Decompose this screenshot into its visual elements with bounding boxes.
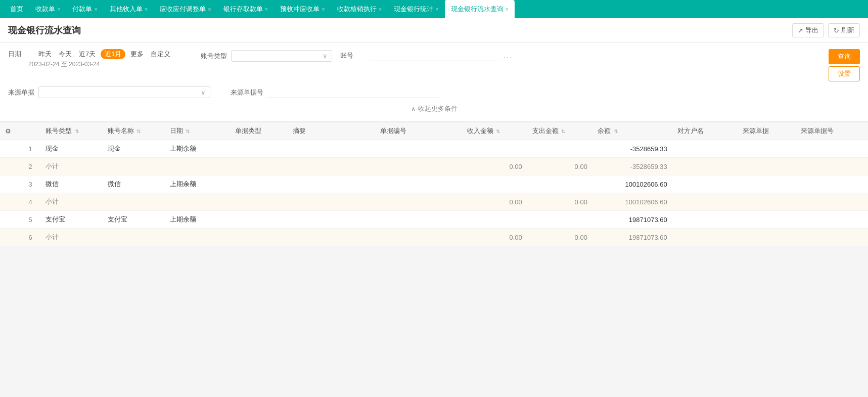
nav-tab-8[interactable]: 现金银行流水查询 × <box>445 0 515 18</box>
row-gear-cell <box>0 175 20 193</box>
close-tab-7-icon[interactable]: × <box>435 0 438 18</box>
table-cell <box>288 229 375 246</box>
source-doc-label: 来源单据 <box>8 88 34 97</box>
table-cell: 1 <box>20 140 40 158</box>
row-gear-cell <box>0 193 20 211</box>
header-actions: ↗ 导出 ↻ 刷新 <box>792 23 860 37</box>
date-option-1month[interactable]: 近1月 <box>101 49 125 59</box>
table-cell: 支付宝 <box>103 211 165 229</box>
table-cell <box>738 158 796 175</box>
close-tab-2-icon[interactable]: × <box>145 0 148 18</box>
date-range-display: 2023-02-24 至 2023-03-24 <box>28 61 100 68</box>
account-type-select[interactable]: ∨ <box>231 50 332 62</box>
date-options: 昨天 今天 近7天 近1月 更多 自定义 <box>36 49 172 59</box>
nav-tab-1[interactable]: 付款单 × <box>66 0 103 18</box>
gear-icon[interactable]: ⚙ <box>5 127 11 135</box>
table-cell <box>796 193 868 211</box>
col-header-income[interactable]: 收入金额 ⇅ <box>462 122 527 140</box>
table-row[interactable]: 3微信微信上期余额100102606.60 <box>0 175 868 193</box>
nav-tab-6[interactable]: 收款核销执行 × <box>331 0 388 18</box>
nav-tab-5[interactable]: 预收冲应收单 × <box>274 0 331 18</box>
source-doc-no-label: 来源单据号 <box>231 88 263 97</box>
nav-tab-2[interactable]: 其他收入单 × <box>104 0 154 18</box>
sort-date-icon: ⇅ <box>186 128 190 134</box>
table-cell: 小计 <box>40 229 103 246</box>
table-cell <box>796 229 868 246</box>
table-cell <box>527 140 592 158</box>
col-header-acct-type[interactable]: 账号类型 ⇅ <box>40 122 103 140</box>
row-gear-cell <box>0 229 20 246</box>
nav-tab-4[interactable]: 银行存取款单 × <box>217 0 274 18</box>
table-cell: 19871073.60 <box>592 229 672 246</box>
source-doc-chevron-icon: ∨ <box>201 89 206 96</box>
col-header-date[interactable]: 日期 ⇅ <box>165 122 230 140</box>
date-option-custom[interactable]: 自定义 <box>149 49 172 59</box>
account-type-chevron-icon: ∨ <box>323 52 328 60</box>
close-tab-0-icon[interactable]: × <box>57 0 60 18</box>
table-cell: 0.00 <box>462 158 527 175</box>
table-cell: -3528659.33 <box>592 140 672 158</box>
table-cell: 0.00 <box>527 229 592 246</box>
row-gear-cell <box>0 158 20 175</box>
col-header-acct-name[interactable]: 账号名称 ⇅ <box>103 122 165 140</box>
col-header-doc-type: 单据类型 <box>230 122 288 140</box>
nav-tab-3[interactable]: 应收应付调整单 × <box>154 0 217 18</box>
table-cell <box>738 193 796 211</box>
table-cell: -3528659.33 <box>592 158 672 175</box>
date-option-yesterday[interactable]: 昨天 <box>36 49 54 59</box>
settings-button[interactable]: 设置 <box>829 66 860 81</box>
table-cell <box>796 211 868 229</box>
col-header-balance[interactable]: 余额 ⇅ <box>592 122 672 140</box>
date-option-7days[interactable]: 近7天 <box>77 49 98 59</box>
source-doc-no-input[interactable] <box>267 89 439 96</box>
sort-acct-name-icon: ⇅ <box>136 128 141 134</box>
nav-home[interactable]: 首页 <box>4 0 29 18</box>
table-cell <box>375 193 462 211</box>
data-table: ⚙ 账号类型 ⇅ 账号名称 ⇅ 日期 ⇅ 单据类型 <box>0 122 868 246</box>
table-cell <box>288 193 375 211</box>
table-body: 1现金现金上期余额-3528659.332小计0.000.00-3528659.… <box>0 140 868 246</box>
table-cell: 100102606.60 <box>592 175 672 193</box>
close-tab-4-icon[interactable]: × <box>265 0 268 18</box>
collapse-bar[interactable]: ∧ 收起更多条件 <box>8 102 860 115</box>
refresh-button[interactable]: ↻ 刷新 <box>828 23 860 37</box>
date-option-more[interactable]: 更多 <box>128 49 146 59</box>
refresh-icon: ↻ <box>834 27 839 34</box>
close-tab-5-icon[interactable]: × <box>322 0 325 18</box>
account-no-input[interactable] <box>370 52 501 59</box>
col-header-counterpart: 对方户名 <box>672 122 738 140</box>
close-tab-6-icon[interactable]: × <box>379 0 382 18</box>
export-button[interactable]: ↗ 导出 <box>792 23 824 37</box>
table-cell <box>527 211 592 229</box>
table-row[interactable]: 4小计0.000.00100102606.60 <box>0 193 868 211</box>
table-cell <box>230 140 288 158</box>
table-cell: 4 <box>20 193 40 211</box>
account-no-dots-button[interactable]: ... <box>503 51 513 60</box>
col-header-expense[interactable]: 支出金额 ⇅ <box>527 122 592 140</box>
source-doc-select[interactable]: ∨ <box>38 86 210 98</box>
page-header: 现金银行流水查询 ↗ 导出 ↻ 刷新 <box>0 18 868 43</box>
table-cell <box>375 229 462 246</box>
date-option-today[interactable]: 今天 <box>57 49 74 59</box>
col-header-gear[interactable]: ⚙ <box>0 122 20 140</box>
table-row[interactable]: 2小计0.000.00-3528659.33 <box>0 158 868 175</box>
account-type-label: 账号类型 <box>201 52 227 61</box>
table-row[interactable]: 1现金现金上期余额-3528659.33 <box>0 140 868 158</box>
close-tab-3-icon[interactable]: × <box>208 0 211 18</box>
nav-tab-0[interactable]: 收款单 × <box>29 0 66 18</box>
table-cell <box>672 175 738 193</box>
table-cell: 现金 <box>103 140 165 158</box>
table-row[interactable]: 5支付宝支付宝上期余额19871073.60 <box>0 211 868 229</box>
table-cell <box>738 211 796 229</box>
table-cell <box>375 140 462 158</box>
table-cell <box>165 229 230 246</box>
table-cell: 0.00 <box>462 229 527 246</box>
table-cell <box>672 229 738 246</box>
close-tab-1-icon[interactable]: × <box>94 0 97 18</box>
table-row[interactable]: 6小计0.000.0019871073.60 <box>0 229 868 246</box>
table-cell: 6 <box>20 229 40 246</box>
close-tab-8-icon[interactable]: × <box>506 0 509 18</box>
query-button[interactable]: 查询 <box>829 49 860 64</box>
table-cell <box>165 158 230 175</box>
nav-tab-7[interactable]: 现金银行统计 × <box>388 0 444 18</box>
